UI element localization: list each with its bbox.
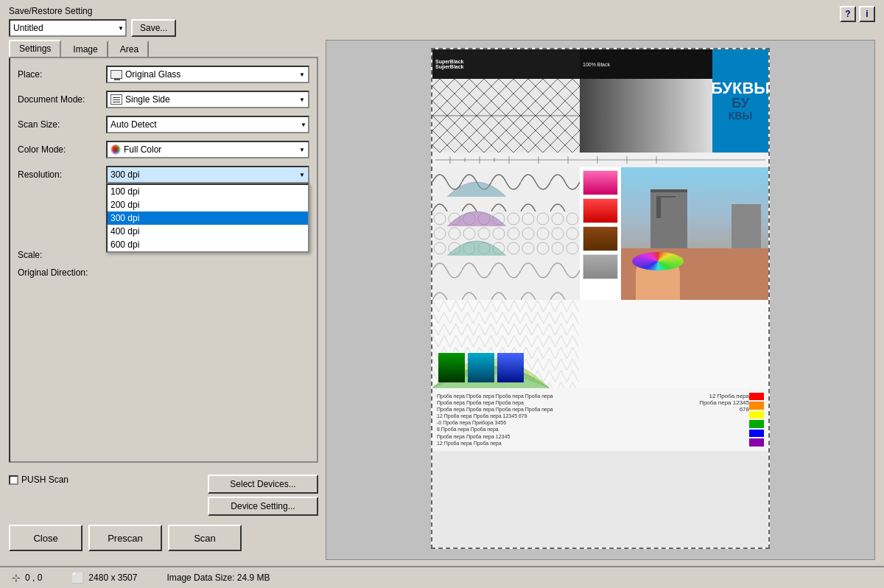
- rgb-icon: [110, 144, 121, 155]
- pattern-svg: [432, 167, 580, 300]
- tab-settings[interactable]: Settings: [9, 40, 61, 57]
- scan-size-select-wrapper[interactable]: Auto Detect: [106, 116, 309, 133]
- ruler-strip: [432, 153, 768, 167]
- crane: [656, 196, 661, 218]
- status-bar: ⊹ 0 , 0 ⬜ 2480 x 3507 Image Data Size: 2…: [0, 566, 884, 588]
- color-swatches-right: [749, 393, 764, 447]
- scan-size-control: Auto Detect: [106, 116, 309, 133]
- bottom-controls-row: PUSH Scan Select Devices... Device Setti…: [9, 469, 318, 522]
- close-button[interactable]: Close: [9, 525, 83, 551]
- original-direction-row: Original Direction:: [18, 267, 309, 278]
- tab-area[interactable]: Area: [110, 41, 149, 57]
- cyrillic-text3: КВЫ: [729, 110, 752, 122]
- tab-strip: Settings Image Area: [9, 40, 318, 58]
- scan-size-select[interactable]: Auto Detect: [106, 116, 309, 133]
- 100-black-label: 100% Black: [583, 62, 610, 67]
- pattern-col: [432, 167, 580, 300]
- device-setting-button[interactable]: Device Setting...: [208, 497, 318, 516]
- resolution-control: 300 dpi ▼ 100 dpi 200 dpi 300 dpi 400 dp…: [106, 166, 309, 183]
- bottom-three-buttons: Close Prescan Scan: [9, 522, 318, 554]
- dimensions-item: ⬜ 2480 x 3507: [71, 572, 137, 584]
- scan-middle-section: [432, 167, 768, 300]
- gray-bar-col: [583, 254, 618, 279]
- black-bar: SuperBlackSuperBlack: [432, 49, 580, 79]
- resolution-option-300[interactable]: 300 dpi: [108, 211, 308, 225]
- original-direction-label: Original Direction:: [18, 267, 106, 278]
- cyan-gradient-bar: [468, 353, 494, 382]
- scan-preview: SuperBlackSuperBlack: [431, 48, 770, 549]
- save-button[interactable]: Save...: [131, 19, 176, 37]
- dimensions-icon: ⬜: [71, 572, 84, 584]
- place-select[interactable]: Original Glass: [106, 66, 309, 83]
- push-scan-area: PUSH Scan: [9, 475, 202, 485]
- swatch-red: [749, 393, 764, 400]
- resolution-option-600[interactable]: 600 dpi: [108, 238, 308, 251]
- document-mode-value: Single Side: [125, 94, 170, 105]
- cyrillic-text1: БУКВЫ: [712, 80, 768, 97]
- cyrillic-content: БУКВЫ БУ КВЫ: [712, 80, 768, 122]
- gradient-bars: [438, 353, 524, 382]
- select-devices-button[interactable]: Select Devices...: [208, 475, 318, 494]
- prescan-button[interactable]: Prescan: [88, 525, 162, 551]
- cyrillic-text2: БУ: [732, 97, 749, 110]
- monitor-icon: [110, 70, 122, 79]
- swatch-yellow: [749, 411, 764, 419]
- document-mode-select[interactable]: Single Side: [106, 91, 309, 108]
- resolution-label: Resolution:: [18, 169, 106, 180]
- image-data-size-item: Image Data Size: 24.9 MB: [166, 573, 270, 583]
- coordinates-item: ⊹ 0 , 0: [12, 572, 42, 584]
- green-gradient-bar: [438, 353, 465, 382]
- preset-select[interactable]: Untitled: [9, 19, 127, 37]
- gray-bars: 100% Black: [580, 49, 712, 153]
- image-data-size-value: Image Data Size: 24.9 MB: [166, 573, 270, 583]
- resolution-option-200[interactable]: 200 dpi: [108, 198, 308, 211]
- red-bar: [583, 198, 618, 223]
- save-restore-row: Untitled Save...: [9, 19, 176, 37]
- main-content: Settings Image Area Place: Original Glas…: [0, 40, 884, 566]
- color-mode-label: Color Mode:: [18, 144, 106, 155]
- svg-rect-16: [432, 256, 580, 300]
- swatch-orange: [749, 402, 764, 409]
- color-mode-row: Color Mode: Full Color: [18, 141, 309, 158]
- color-bars-col: [580, 167, 621, 300]
- scan-bottom-numbers: 12 Проба пераПроба пера 12345 678: [690, 393, 749, 447]
- blue-gradient-bar: [497, 353, 524, 382]
- 100-black-bar: 100% Black: [580, 49, 712, 79]
- zigzag-svg: [432, 79, 580, 153]
- bottom-controls: PUSH Scan Select Devices... Device Setti…: [9, 463, 318, 560]
- push-scan-label: PUSH Scan: [21, 475, 69, 485]
- help-button[interactable]: ?: [840, 6, 856, 22]
- scan-bottom-area: Проба пера Проба пера Проба пера Проба п…: [432, 388, 768, 451]
- preset-select-wrapper[interactable]: Untitled: [9, 19, 127, 37]
- building: [650, 189, 687, 248]
- scan-top-row: SuperBlackSuperBlack: [432, 49, 768, 153]
- help-info-row: ? i: [840, 6, 875, 22]
- resolution-option-100[interactable]: 100 dpi: [108, 185, 308, 198]
- resolution-select[interactable]: 300 dpi ▼: [106, 166, 309, 183]
- brown-bar: [583, 226, 618, 251]
- document-mode-row: Document Mode: Single Side: [18, 91, 309, 108]
- tab-image[interactable]: Image: [63, 41, 108, 57]
- place-row: Place: Original Glass: [18, 66, 309, 83]
- push-scan-checkbox[interactable]: [9, 475, 18, 485]
- scan-bottom-text: Проба пера Проба пера Проба пера Проба п…: [437, 393, 690, 447]
- person-hat: [632, 252, 684, 270]
- dimensions-value: 2480 x 3507: [88, 573, 137, 583]
- scan-size-row: Scan Size: Auto Detect: [18, 116, 309, 133]
- svg-rect-14: [432, 167, 580, 211]
- color-mode-select[interactable]: Full Color: [106, 141, 309, 158]
- save-restore-group: Save/Restore Setting Untitled Save...: [9, 6, 176, 37]
- gray-gradient: [580, 79, 712, 153]
- resolution-dropdown-arrow: ▼: [299, 172, 305, 178]
- building2: [732, 204, 761, 248]
- document-mode-label: Document Mode:: [18, 94, 106, 105]
- info-button[interactable]: i: [859, 6, 875, 22]
- lines-icon: [110, 94, 122, 105]
- preview-panel: SuperBlackSuperBlack: [326, 40, 875, 560]
- resolution-option-400[interactable]: 400 dpi: [108, 225, 308, 238]
- magenta-bar: [583, 170, 618, 195]
- resolution-dropdown[interactable]: 100 dpi 200 dpi 300 dpi 400 dpi 600 dpi: [106, 183, 309, 253]
- scan-size-label: Scan Size:: [18, 119, 106, 130]
- place-control: Original Glass: [106, 66, 309, 83]
- scan-button[interactable]: Scan: [168, 525, 242, 551]
